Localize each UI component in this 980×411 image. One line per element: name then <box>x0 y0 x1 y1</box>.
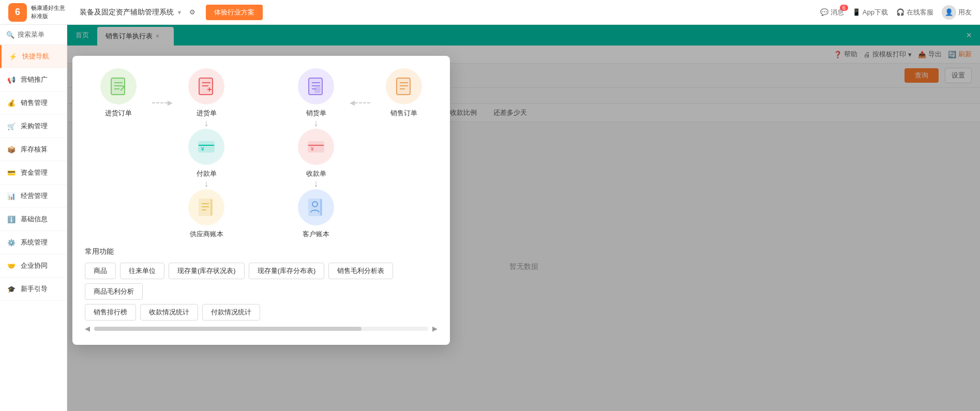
dropdown-arrow-icon[interactable]: ▾ <box>178 9 181 16</box>
sidebar-item-basic-info[interactable]: ℹ️ 基础信息 <box>0 208 67 231</box>
inventory-icon: 📦 <box>6 144 17 155</box>
management-icon: 📊 <box>6 191 17 201</box>
flow-purchase-bill[interactable]: 进货单 <box>173 68 240 118</box>
common-btn-product-profit[interactable]: 商品毛利分析 <box>85 283 143 300</box>
avatar: 👤 <box>942 5 956 20</box>
sidebar-item-finance[interactable]: 💳 资金管理 <box>0 161 67 185</box>
common-btn-stock-status[interactable]: 现存量(库存状况表) <box>169 263 245 279</box>
scroll-right-icon[interactable]: ▶ <box>432 325 438 332</box>
flow-purchase-order[interactable]: 进货订单 <box>85 68 152 118</box>
download-icon: 📱 <box>852 8 861 16</box>
marketing-icon: 📢 <box>6 74 17 85</box>
app-container: 6 畅康通好生意 标准版 装备及固定资产辅助管理系统 ▾ ⚙ 体验行业方案 💬 … <box>0 0 980 411</box>
purchase-order-icon <box>100 68 137 104</box>
common-functions-title: 常用功能 <box>85 247 438 256</box>
message-icon: 💬 <box>820 8 828 16</box>
search-menu[interactable]: 🔍 搜索菜单 <box>0 25 67 45</box>
basic-info-icon: ℹ️ <box>6 214 17 224</box>
flow-customer-ledger[interactable]: 客户账本 <box>282 189 350 239</box>
common-btn-product[interactable]: 商品 <box>85 263 116 279</box>
logo-icon: 6 <box>8 3 27 22</box>
finance-icon: 💳 <box>6 168 17 178</box>
top-bar: 6 畅康通好生意 标准版 装备及固定资产辅助管理系统 ▾ ⚙ 体验行业方案 💬 … <box>0 0 980 25</box>
search-icon: 🔍 <box>6 31 14 39</box>
sales-icon: 💰 <box>6 98 17 108</box>
newbie-icon: 🎓 <box>6 284 17 294</box>
svg-text:¥: ¥ <box>310 146 314 152</box>
flow-receipt[interactable]: ¥ 收款单 <box>282 129 350 178</box>
sales-bill-icon <box>298 68 334 104</box>
online-service-btn[interactable]: 🎧 在线客服 <box>896 8 933 17</box>
arrow-2: ◀ <box>350 99 370 106</box>
svg-rect-27 <box>210 199 213 216</box>
sidebar-item-collab[interactable]: 🤝 企业协同 <box>0 254 67 278</box>
sidebar-item-quick-nav[interactable]: ⚡ 快捷导航 <box>0 45 67 68</box>
sales-order-icon <box>386 68 422 104</box>
common-functions-section: 常用功能 商品 往来单位 现存量(库存状况表) 现存量(库存分布表) 销售毛利分… <box>85 247 438 321</box>
sidebar-item-management[interactable]: 📊 经营管理 <box>0 185 67 208</box>
svg-text:¥: ¥ <box>201 146 204 152</box>
common-buttons-container: 商品 往来单位 现存量(库存状况表) 现存量(库存分布表) 销售毛利分析表 商品… <box>85 263 438 300</box>
settings-icon[interactable]: ⚙ <box>185 5 200 20</box>
svg-rect-14 <box>315 87 320 93</box>
sidebar: 🔍 搜索菜单 ⚡ 快捷导航 📢 营销推广 💰 销售管理 🛒 采购管理 📦 <box>0 25 67 411</box>
supplier-ledger-icon <box>188 189 224 225</box>
common-buttons-row2: 销售排行榜 收款情况统计 付款情况统计 <box>85 304 438 321</box>
logo-area: 6 畅康通好生意 标准版 <box>8 3 76 22</box>
flow-row-3: 供应商账本 客户账本 <box>85 189 438 239</box>
common-btn-sales-ranking[interactable]: 销售排行榜 <box>85 304 136 321</box>
user-area[interactable]: 👤 用友 <box>942 5 972 20</box>
flow-supplier-ledger[interactable]: 供应商账本 <box>173 189 240 239</box>
common-btn-stock-dist[interactable]: 现存量(库存分布表) <box>249 263 325 279</box>
common-btn-payment-stats[interactable]: 付款情况统计 <box>202 304 260 321</box>
flow-row-2: ¥ 付款单 ¥ 收款单 <box>85 129 438 178</box>
sidebar-item-system[interactable]: ⚙️ 系统管理 <box>0 231 67 254</box>
scroll-left-icon[interactable]: ◀ <box>85 325 90 332</box>
flow-row-1: 进货订单 ▶ 进货单 <box>85 68 438 118</box>
flow-sales-bill[interactable]: 销货单 <box>282 68 350 118</box>
purchase-icon: 🛒 <box>6 121 17 131</box>
system-icon: ⚙️ <box>6 237 17 248</box>
payment-icon: ¥ <box>188 129 224 165</box>
overlay: 进货订单 ▶ 进货单 <box>67 25 980 411</box>
logo-text: 畅康通好生意 标准版 <box>31 4 65 20</box>
top-right: 💬 消息 6 📱 App下载 🎧 在线客服 👤 用友 <box>820 5 972 20</box>
app-download-btn[interactable]: 📱 App下载 <box>852 8 888 17</box>
purchase-bill-icon <box>188 68 224 104</box>
quick-guide-dialog: 进货订单 ▶ 进货单 <box>72 56 450 345</box>
svg-rect-33 <box>320 199 322 216</box>
main-layout: 🔍 搜索菜单 ⚡ 快捷导航 📢 营销推广 💰 销售管理 🛒 采购管理 📦 <box>0 25 980 411</box>
customer-ledger-icon <box>298 189 334 225</box>
receipt-icon: ¥ <box>298 129 334 165</box>
sidebar-item-newbie[interactable]: 🎓 新手引导 <box>0 278 67 301</box>
sidebar-item-inventory[interactable]: 📦 库存核算 <box>0 138 67 161</box>
flow-down-arrows-2: ↓ ↓ <box>85 178 438 189</box>
common-btn-counterpart[interactable]: 往来单位 <box>120 263 164 279</box>
common-btn-sales-profit[interactable]: 销售毛利分析表 <box>328 263 393 279</box>
sidebar-item-marketing[interactable]: 📢 营销推广 <box>0 68 67 92</box>
flow-sales-order[interactable]: 销售订单 <box>370 68 438 118</box>
flow-payment[interactable]: ¥ 付款单 <box>173 129 240 178</box>
dialog-scroll-row: ◀ ▶ <box>85 325 438 332</box>
collab-icon: 🤝 <box>6 261 17 271</box>
system-title: 装备及固定资产辅助管理系统 ▾ <box>80 8 181 17</box>
service-icon: 🎧 <box>896 8 904 16</box>
flow-down-arrows: ↓ ↓ <box>85 118 438 129</box>
quick-nav-icon: ⚡ <box>8 51 18 62</box>
message-btn[interactable]: 💬 消息 6 <box>820 8 844 17</box>
content-area: 首页 销售订单执行表 × × ❓ 帮助 🖨 按模板打印 <box>67 25 980 411</box>
arrow-1: ▶ <box>152 99 173 106</box>
common-btn-receipt-stats[interactable]: 收款情况统计 <box>140 304 198 321</box>
experience-btn[interactable]: 体验行业方案 <box>206 5 263 20</box>
sidebar-item-purchase[interactable]: 🛒 采购管理 <box>0 115 67 138</box>
sidebar-item-sales[interactable]: 💰 销售管理 <box>0 92 67 115</box>
